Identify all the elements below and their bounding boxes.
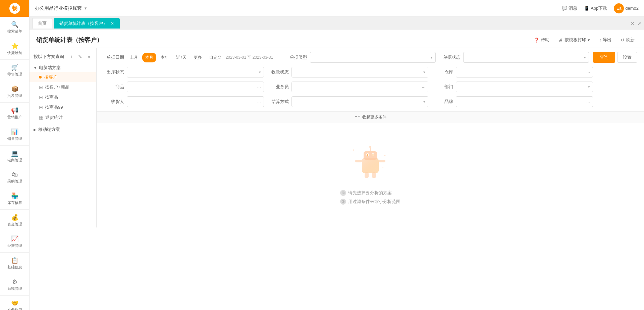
topbar-right: 💬 消息 📱 App下载 Ea demo2 <box>562 3 639 13</box>
tip-2-num: ② <box>340 199 346 205</box>
refresh-btn[interactable]: ↺ 刷新 <box>618 36 637 44</box>
user-area[interactable]: Ea demo2 <box>614 3 639 13</box>
chevron-down-icon: ▾ <box>588 85 590 89</box>
help-icon: ❓ <box>534 38 539 43</box>
sidebar-item-search[interactable]: 🔍 搜索菜单 <box>0 17 29 38</box>
doc-status-input[interactable]: ▾ <box>463 52 589 63</box>
close-tab-icon[interactable]: ✕ <box>111 21 114 26</box>
scheme-label: 按客户+商品 <box>45 84 69 90</box>
query-button[interactable]: 查询 <box>593 52 615 63</box>
right-panel: 单据日期 上月 本月 本年 近7天 更多 自定义 2023-03-01 至 20… <box>97 48 644 227</box>
message-btn[interactable]: 💬 消息 <box>562 5 577 11</box>
home-tab-label: 首页 <box>38 20 47 27</box>
date-btn-last-7[interactable]: 近7天 <box>173 53 190 62</box>
out-status-filter: 出库状态 ▾ <box>103 67 264 78</box>
filter-row-2: 出库状态 ▾ 收款状态 ▾ <box>103 67 637 78</box>
print-btn[interactable]: 🖨 按模板打印 ▾ <box>556 36 593 44</box>
sidebar-item-enterprise[interactable]: 🤝 企业协同 <box>0 296 29 310</box>
app-download-btn[interactable]: 📱 App下载 <box>584 5 607 11</box>
goods-filter: 商品 ··· <box>103 82 264 92</box>
date-range: 2023-03-01 至 2023-03-31 <box>226 55 273 60</box>
arrow-down-icon: ▼ <box>34 66 37 70</box>
grid-icon: ⊞ <box>39 85 43 90</box>
app-icon: 📱 <box>584 6 589 11</box>
sales-stat-tab-label: 销货单统计表（按客户） <box>59 20 107 27</box>
scheme-by-customer-goods[interactable]: ⊞ 按客户+商品 <box>30 82 96 92</box>
sidebar-item-wholesale[interactable]: 📦 批发管理 <box>0 81 29 103</box>
collapse-panel-btn[interactable]: « <box>86 53 92 60</box>
salesperson-input[interactable]: ··· <box>291 82 429 92</box>
scheme-by-goods[interactable]: ⊟ 按商品 <box>30 92 96 102</box>
department-filter: 部门 ▾ <box>432 82 593 92</box>
goods-input[interactable]: ··· <box>127 82 264 92</box>
salesperson-label: 业务员 <box>268 84 291 90</box>
date-btn-more[interactable]: 更多 <box>191 53 205 62</box>
settings-button[interactable]: 设置 <box>617 52 637 63</box>
collapse-bar[interactable]: ⌃⌃ 收起更多条件 <box>97 111 644 123</box>
desktop-scheme-group: ▼ 电脑端方案 按客户 ⊞ 按客户+商品 ⊟ 按商品 <box>30 62 96 124</box>
sidebar-item-operation[interactable]: 📈 经营管理 <box>0 231 29 253</box>
department-input[interactable]: ▾ <box>456 82 593 92</box>
sidebar-item-finance[interactable]: 💰 资金管理 <box>0 210 29 231</box>
warehouse-filter: 仓库 ··· <box>432 67 593 78</box>
sidebar-item-ecom[interactable]: 💻 电商管理 <box>0 146 29 167</box>
tabbar: 首页 销货单统计表（按客户） ✕ ✕ ⤢ <box>30 17 644 30</box>
sidebar-item-basic-info[interactable]: 📋 基础信息 <box>0 253 29 274</box>
doc-status-filter: 单据状态 ▾ <box>440 52 589 63</box>
date-btn-custom[interactable]: 自定义 <box>206 53 224 62</box>
export-btn[interactable]: ↑ 导出 <box>597 36 614 44</box>
sidebar-item-label: 零售管理 <box>7 72 22 77</box>
sidebar-item-label: 库存核算 <box>7 200 22 205</box>
doc-type-label: 单据类型 <box>286 54 310 60</box>
add-scheme-btn[interactable]: + <box>68 53 75 60</box>
collapse-up-icon: ⌃⌃ <box>354 115 361 120</box>
more-icon: ··· <box>586 99 590 104</box>
mobile-group-header[interactable]: ▶ 移动端方案 <box>30 125 96 134</box>
sidebar-item-label: 采购管理 <box>7 179 22 184</box>
sidebar-item-purchase[interactable]: 🛍 采购管理 <box>0 167 29 188</box>
doc-type-input[interactable]: ▾ <box>310 52 436 63</box>
sidebar-item-sales[interactable]: 📊 销售管理 <box>0 124 29 146</box>
payment-input[interactable]: ▾ <box>291 96 429 107</box>
sidebar-item-marketing[interactable]: 📢 营销推广 <box>0 103 29 124</box>
sidebar-item-label: 基础信息 <box>7 265 22 270</box>
brand-filter: 品牌 ··· <box>432 96 593 107</box>
date-btn-last-month[interactable]: 上月 <box>127 53 141 62</box>
maximize-icon[interactable]: ⤢ <box>637 21 641 26</box>
tab-sales-stat[interactable]: 销货单统计表（按客户） ✕ <box>54 18 120 29</box>
dropdown-icon[interactable]: ▾ <box>85 6 90 11</box>
receiver-input[interactable]: ··· <box>127 96 264 107</box>
scheme-returns[interactable]: ▦ 退货统计 <box>30 112 96 122</box>
print-dropdown-icon[interactable]: ▾ <box>588 38 590 43</box>
sidebar-item-label: 营销推广 <box>7 115 22 120</box>
edit-scheme-btn[interactable]: ✎ <box>77 53 84 60</box>
desktop-group-header[interactable]: ▼ 电脑端方案 <box>30 63 96 72</box>
sidebar-item-quick-nav[interactable]: ⭐ 快捷导航 <box>0 38 29 60</box>
out-status-input[interactable]: ▾ <box>127 67 264 78</box>
help-btn[interactable]: ❓ 帮助 <box>531 36 552 44</box>
more-icon: ··· <box>257 99 261 104</box>
date-btn-this-month[interactable]: 本月 <box>142 53 156 62</box>
brand-input[interactable]: ··· <box>456 96 593 107</box>
payment-filter: 结算方式 ▾ <box>268 96 429 107</box>
mobile-scheme-group: ▶ 移动端方案 <box>30 124 96 135</box>
warehouse-input[interactable]: ··· <box>456 67 593 78</box>
table-icon: ⊟ <box>39 95 43 100</box>
tab-home[interactable]: 首页 <box>32 18 52 29</box>
warehouse-label: 仓库 <box>432 69 456 75</box>
topbar: 办公用品行业模拟账套 ▾ 💬 消息 📱 App下载 Ea demo2 <box>30 0 644 17</box>
sidebar-item-retail[interactable]: 🛒 零售管理 <box>0 60 29 81</box>
shopping-icon: 🛍 <box>12 171 18 178</box>
sidebar-item-label: 经营管理 <box>7 243 22 248</box>
sidebar-item-inventory[interactable]: 🏪 库存核算 <box>0 188 29 210</box>
pay-status-input[interactable]: ▾ <box>291 67 429 78</box>
close-window-icon[interactable]: ✕ <box>631 21 635 26</box>
svg-rect-9 <box>379 160 385 162</box>
logo[interactable]: 畅 <box>0 0 29 17</box>
date-btn-this-year[interactable]: 本年 <box>158 53 172 62</box>
scheme-by-customer[interactable]: 按客户 <box>30 72 96 82</box>
sidebar-item-label: 电商管理 <box>7 158 22 163</box>
scheme-by-goods-99[interactable]: ⊟ 按商品99 <box>30 102 96 112</box>
sidebar-item-system[interactable]: ⚙ 系统管理 <box>0 274 29 296</box>
date-filter: 单据日期 上月 本月 本年 近7天 更多 自定义 2023-03-01 至 20… <box>103 53 282 62</box>
